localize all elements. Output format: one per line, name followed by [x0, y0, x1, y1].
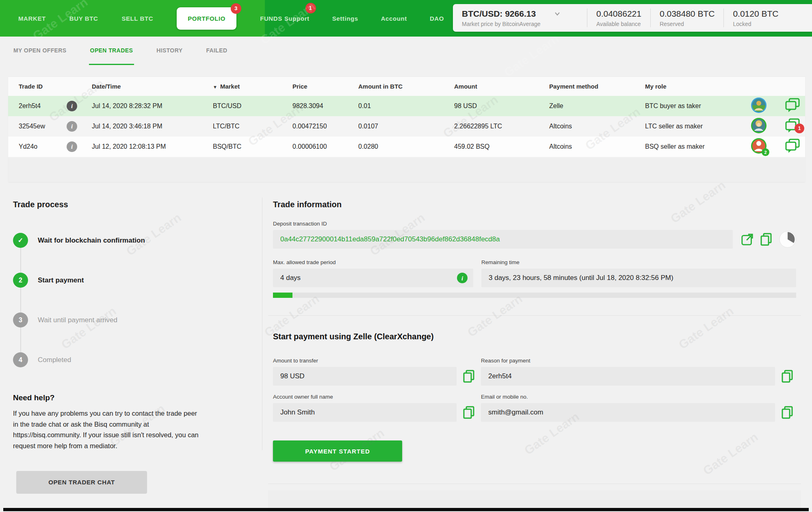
- step-wait-blockchain: ✓ Wait for blockchain confirmation: [13, 233, 253, 248]
- available-balance-block: 0.04086221 Available balance: [587, 9, 650, 27]
- step-check-icon: ✓: [13, 233, 28, 248]
- step-number: 2: [13, 273, 28, 288]
- step-start-payment: 2 Start payment: [13, 273, 253, 288]
- trade-chat-icon[interactable]: [785, 148, 800, 154]
- amount-to-transfer-field[interactable]: 98 USD: [273, 367, 457, 386]
- table-row[interactable]: 32545ew i Jul 14, 2020 3:46:18 PM LTC/BT…: [8, 116, 805, 137]
- info-icon[interactable]: i: [67, 141, 77, 152]
- email-or-mobile-field[interactable]: smith@gmail.com: [481, 403, 775, 422]
- price-cell: 9828.3094: [273, 102, 338, 110]
- need-help-title: Need help?: [13, 393, 253, 402]
- step-number: 3: [13, 312, 28, 328]
- available-balance-label: Available balance: [596, 21, 641, 27]
- tab-failed[interactable]: FAILED: [205, 37, 228, 65]
- step-completed: 4 Completed: [13, 352, 253, 367]
- divider: [262, 197, 262, 450]
- tab-open-trades[interactable]: OPEN TRADES: [89, 37, 134, 65]
- locked-balance-label: Locked: [733, 21, 778, 27]
- bisq-app-window: MARKET BUY BTC SELL BTC PORTFOLIO 3 FUND…: [0, 0, 812, 512]
- market-price-selector[interactable]: BTC/USD: 9266.13 Market price by Bitcoin…: [453, 9, 587, 27]
- copy-icon[interactable]: [778, 406, 796, 419]
- amount-to-transfer-label: Amount to transfer: [273, 358, 457, 364]
- payment-started-button[interactable]: PAYMENT STARTED: [273, 440, 402, 462]
- remaining-time-field: 3 days, 23 hours, 58 minutes (until Jul …: [481, 269, 796, 287]
- nav-sell-btc[interactable]: SELL BTC: [121, 15, 153, 22]
- support-badge: 1: [305, 3, 316, 13]
- trade-id-cell: 2erh5t4: [19, 102, 67, 110]
- date-cell: Jul 12, 2020 12:08:13 PM: [92, 143, 201, 150]
- col-amount-in-btc[interactable]: Amount in BTC: [338, 83, 431, 90]
- nav-dao[interactable]: DAO: [430, 15, 444, 22]
- table-row[interactable]: 2erh5t4 i Jul 14, 2020 8:28:32 PM BTC/US…: [8, 96, 805, 116]
- copy-icon[interactable]: [760, 233, 773, 246]
- external-link-icon[interactable]: [741, 233, 754, 246]
- chevron-down-icon[interactable]: [554, 11, 560, 17]
- table-row[interactable]: Yd24o i Jul 12, 2020 12:08:13 PM BSQ/BTC…: [8, 137, 805, 157]
- email-or-mobile-label: Email or mobile no.: [481, 394, 775, 400]
- col-price[interactable]: Price: [273, 83, 338, 90]
- col-market[interactable]: ▼Market: [201, 83, 273, 90]
- peer-avatar[interactable]: 2: [751, 148, 767, 155]
- col-my-role[interactable]: My role: [622, 83, 744, 90]
- reserved-balance-value: 0.038480 BTC: [660, 9, 715, 19]
- nav-portfolio-label: PORTFOLIO: [188, 15, 225, 22]
- step-connector: [20, 288, 21, 312]
- col-date-time[interactable]: Date/Time: [92, 83, 201, 90]
- trade-information-title: Trade information: [273, 200, 796, 209]
- info-icon[interactable]: i: [457, 273, 468, 283]
- tab-history[interactable]: HISTORY: [155, 37, 184, 65]
- account-owner-field[interactable]: John Smith: [273, 403, 457, 422]
- trade-chat-icon[interactable]: 1: [785, 127, 800, 134]
- nav-support-label: Support: [284, 15, 310, 22]
- nav-funds[interactable]: FUNDS: [260, 15, 282, 22]
- info-icon[interactable]: i: [67, 101, 77, 111]
- copy-icon[interactable]: [460, 406, 478, 419]
- price-cell: 0.00472150: [273, 123, 338, 130]
- amount-btc-cell: 0.01: [338, 102, 431, 110]
- copy-icon[interactable]: [778, 370, 796, 383]
- trade-process-title: Trade process: [13, 200, 253, 209]
- payment-section-title: Start payment using Zelle (ClearXchange): [273, 332, 796, 341]
- nav-account[interactable]: Account: [381, 15, 407, 22]
- payment-method-cell: Altcoins: [526, 123, 622, 130]
- peer-avatar[interactable]: [751, 128, 767, 135]
- avatar-count-badge: 2: [762, 148, 769, 156]
- top-navigation-bar: MARKET BUY BTC SELL BTC PORTFOLIO 3 FUND…: [0, 0, 812, 37]
- market-price-provider: Market price by BitcoinAverage: [462, 21, 578, 27]
- col-amount[interactable]: Amount: [431, 83, 526, 90]
- step-number: 4: [13, 352, 28, 367]
- deposit-tx-field[interactable]: 0a44c27722900014b11eda859a722f0ed70543b9…: [273, 230, 733, 249]
- open-trader-chat-button[interactable]: OPEN TRADER CHAT: [16, 471, 147, 494]
- amount-cell: 2.26622895 LTC: [431, 123, 526, 130]
- secondary-nav: Support 1 Settings Account DAO: [284, 0, 444, 37]
- reserved-balance-label: Reserved: [660, 21, 715, 27]
- deposit-tx-value[interactable]: 0a44c27722900014b11eda859a722f0ed70543b9…: [280, 235, 500, 243]
- window-bottom-edge: [3, 508, 809, 511]
- trade-process-panel: Trade process ✓ Wait for blockchain conf…: [13, 200, 253, 494]
- remaining-time-value: 3 days, 23 hours, 58 minutes (until Jul …: [489, 274, 673, 282]
- trade-information-panel: Trade information Deposit transaction ID…: [273, 200, 796, 512]
- amount-btc-cell: 0.0107: [338, 123, 431, 130]
- portfolio-tabs: MY OPEN OFFERS OPEN TRADES HISTORY FAILE…: [0, 37, 812, 65]
- amount-btc-cell: 0.0280: [338, 143, 431, 150]
- trade-chat-icon[interactable]: [785, 107, 800, 114]
- reason-for-payment-field[interactable]: 2erh5t4: [481, 367, 775, 386]
- date-cell: Jul 14, 2020 8:28:32 PM: [92, 102, 201, 110]
- nav-settings[interactable]: Settings: [332, 15, 358, 22]
- col-trade-id[interactable]: Trade ID: [19, 83, 67, 90]
- copy-icon[interactable]: [460, 370, 478, 383]
- trade-period-value: 4 days: [280, 274, 301, 282]
- tab-my-open-offers[interactable]: MY OPEN OFFERS: [12, 37, 68, 65]
- info-icon[interactable]: i: [67, 121, 77, 132]
- need-help-body: If you have any problems you can try to …: [13, 408, 199, 451]
- peer-avatar[interactable]: [751, 108, 767, 115]
- nav-buy-btc[interactable]: BUY BTC: [69, 15, 98, 22]
- account-owner-label: Account owner full name: [273, 394, 457, 400]
- col-payment-method[interactable]: Payment method: [526, 83, 622, 90]
- reason-for-payment-label: Reason for payment: [481, 358, 775, 364]
- avatar-icon: [751, 97, 767, 113]
- amount-cell: 459.02 BSQ: [431, 143, 526, 150]
- nav-market[interactable]: MARKET: [18, 15, 46, 22]
- nav-support[interactable]: Support 1: [284, 15, 310, 22]
- nav-portfolio-active[interactable]: PORTFOLIO 3: [177, 7, 236, 30]
